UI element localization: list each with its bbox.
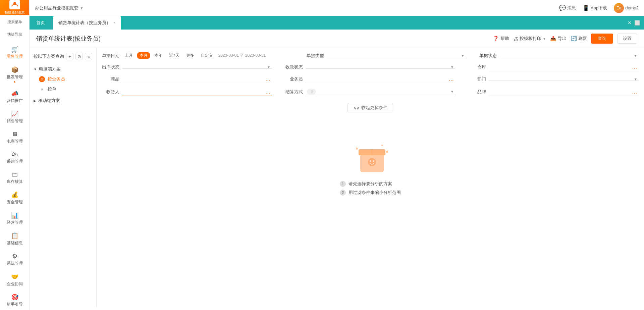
- salesman-scheme-item[interactable]: 按 按业务员: [30, 74, 96, 84]
- salesman-control: …: [306, 75, 455, 83]
- tab-close-icon[interactable]: ×: [113, 21, 116, 25]
- settlement-arrow-icon: ▼: [450, 90, 454, 94]
- user-label: demo2: [625, 5, 639, 10]
- sidebar-item-ecommerce-label: 电商管理: [7, 139, 23, 144]
- sidebar-item-finance[interactable]: 💰 资金管理: [0, 188, 29, 208]
- date-tab-custom[interactable]: 自定义: [198, 52, 216, 59]
- warehouse-input[interactable]: [489, 63, 639, 71]
- warehouse-dots-icon[interactable]: …: [632, 64, 637, 70]
- user-menu[interactable]: Ea demo2: [614, 3, 639, 13]
- app-download-label: App下载: [591, 5, 607, 11]
- tab-fullscreen-icon[interactable]: ⬜: [634, 20, 640, 25]
- doc-status-arrow-icon: ▼: [634, 54, 637, 58]
- collapse-panel-btn[interactable]: «: [85, 53, 92, 60]
- collapse-row: ∧∧ 收起更多条件: [102, 100, 639, 115]
- date-tab-this-month[interactable]: 本月: [137, 52, 150, 59]
- sidebar-item-retail[interactable]: 🛒 零售管理: [0, 42, 29, 63]
- collab-icon: 🤝: [11, 273, 18, 280]
- stock-status-select[interactable]: ▼: [122, 66, 272, 69]
- sidebar-item-marketing-label: 营销推广: [7, 98, 23, 104]
- sidebar-logo: 畅捷通好生意: [0, 0, 30, 15]
- tab-close-window-icon[interactable]: ✕: [628, 20, 632, 25]
- print-btn[interactable]: 🖨 按模板打印 ▼: [513, 36, 546, 42]
- settlement-field: 结算方式 × ▼: [285, 87, 455, 96]
- sidebar-item-wholesale-label: 批发管理: [7, 74, 23, 80]
- refresh-btn[interactable]: 🔄 刷新: [571, 36, 587, 42]
- date-tab-7days[interactable]: 近7天: [166, 52, 182, 59]
- search-menu-item[interactable]: 搜索菜单: [7, 17, 22, 27]
- sidebar-item-inventory[interactable]: 🗃 库存核算: [0, 168, 29, 188]
- right-panel: 单据日期 上月 本月 本年 近7天 更多 自定义 20: [97, 48, 644, 307]
- account-dropdown[interactable]: 办公用品行业模拟账套 ▼: [35, 5, 84, 11]
- message-btn[interactable]: 💬 消息: [559, 5, 576, 11]
- sidebar-item-sales[interactable]: 📈 销售管理: [0, 107, 29, 127]
- consignee-dots-icon[interactable]: …: [265, 89, 271, 95]
- page-content: 销货单统计表(按业务员) ❓ 帮助 🖨 按模板打印 ▼ 📤 导出: [30, 30, 644, 310]
- mobile-scheme-toggle[interactable]: ▶ 移动端方案: [30, 96, 96, 106]
- consignee-control: …: [122, 88, 272, 96]
- sidebar-item-basic[interactable]: 📋 基础信息: [0, 229, 29, 249]
- app-download-btn[interactable]: 📱 App下载: [583, 5, 607, 11]
- brand-dots-icon[interactable]: …: [632, 89, 637, 95]
- query-button[interactable]: 查询: [591, 34, 613, 44]
- sidebar-item-collab[interactable]: 🤝 企业协同: [0, 270, 29, 290]
- stock-status-control: ▼: [122, 66, 272, 69]
- tabbar: 首页 销货单统计表（按业务员） × ✕ ⬜: [30, 16, 644, 30]
- receipt-status-select[interactable]: ▼: [306, 66, 455, 69]
- svg-point-5: [370, 160, 371, 162]
- brand-input[interactable]: [489, 88, 639, 96]
- sidebar-search-section: 搜索菜单: [0, 15, 29, 29]
- goods-field: 商品 …: [102, 75, 272, 83]
- copy-scheme-btn[interactable]: ⊙: [75, 53, 83, 60]
- sidebar-item-system[interactable]: ⚙ 系统管理: [0, 249, 29, 270]
- goods-input[interactable]: [122, 75, 272, 83]
- print-label: 按模板打印: [520, 36, 541, 42]
- date-tab-last-month[interactable]: 上月: [122, 52, 136, 59]
- date-tab-more[interactable]: 更多: [183, 52, 197, 59]
- doc-type-select[interactable]: ▼: [327, 54, 466, 57]
- sidebar-item-purchase[interactable]: 🛍 采购管理: [0, 148, 29, 168]
- dept-select[interactable]: ▼: [489, 78, 639, 81]
- by-order-scheme-label: 按单: [48, 86, 56, 92]
- settings-button[interactable]: 设置: [617, 34, 637, 44]
- tab-home-label: 首页: [36, 20, 45, 26]
- doc-status-select[interactable]: ▼: [499, 54, 639, 57]
- page-title: 销货单统计表(按业务员): [36, 35, 101, 43]
- brand-control: …: [489, 88, 639, 96]
- export-btn[interactable]: 📤 导出: [550, 36, 567, 42]
- doc-type-arrow-icon: ▼: [461, 54, 465, 58]
- goods-dots-icon[interactable]: …: [265, 76, 271, 82]
- salesman-dots-icon[interactable]: …: [448, 76, 454, 82]
- sidebar-item-ecommerce[interactable]: 🖥 电商管理: [0, 127, 29, 148]
- avatar-initials: Ea: [616, 6, 622, 10]
- settlement-tag-close-icon[interactable]: ×: [311, 89, 313, 94]
- sidebar-item-guide[interactable]: 🎯 新手引导: [0, 290, 29, 310]
- tab-active[interactable]: 销货单统计表（按业务员） ×: [53, 16, 121, 30]
- sidebar-item-marketing[interactable]: 📣 营销推广: [0, 87, 29, 107]
- quick-nav-item[interactable]: 快捷导航: [7, 29, 22, 40]
- salesman-input[interactable]: [306, 75, 455, 83]
- empty-hint-1: 1 请先选择要分析的方案: [340, 181, 392, 187]
- page-header-actions: ❓ 帮助 🖨 按模板打印 ▼ 📤 导出 🔄 刷新: [493, 34, 637, 44]
- consignee-input[interactable]: [122, 88, 272, 96]
- help-btn[interactable]: ❓ 帮助: [493, 36, 509, 42]
- stock-status-arrow-icon: ▼: [267, 65, 271, 69]
- add-scheme-btn[interactable]: +: [66, 53, 73, 60]
- desktop-scheme-toggle[interactable]: ▼ 电脑端方案: [30, 64, 96, 74]
- dept-arrow-icon: ▼: [634, 77, 637, 81]
- logo-icon: [9, 0, 20, 9]
- collapse-btn[interactable]: ∧∧ 收起更多条件: [347, 103, 393, 112]
- print-icon: 🖨: [513, 36, 518, 42]
- by-order-scheme-item[interactable]: ≡ 按单: [30, 84, 96, 94]
- date-tab-this-year[interactable]: 本年: [152, 52, 165, 59]
- sidebar-item-operations[interactable]: 📊 经营管理: [0, 208, 29, 229]
- receipt-status-field: 收款状态 ▼: [285, 64, 455, 70]
- sidebar-item-wholesale[interactable]: 📦 批发管理 ▲: [0, 63, 29, 87]
- sidebar-item-system-label: 系统管理: [7, 261, 23, 266]
- message-label: 消息: [567, 5, 576, 11]
- user-avatar: Ea: [614, 3, 624, 13]
- tab-home[interactable]: 首页: [30, 16, 52, 30]
- content-layout: 按以下方案查询 + ⊙ « ▼ 电脑端方案: [30, 48, 644, 307]
- doc-type-label: 单据类型: [307, 53, 327, 59]
- receipt-status-arrow-icon: ▼: [450, 65, 454, 69]
